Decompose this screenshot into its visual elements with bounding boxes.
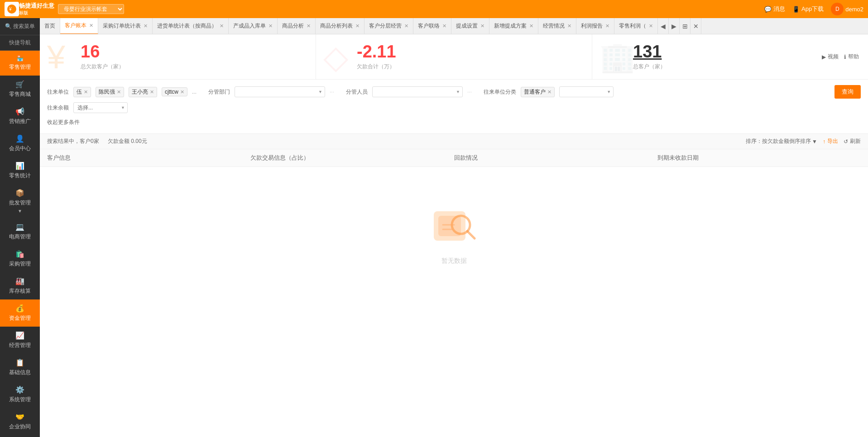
tag-remove-btn[interactable]: ✕	[117, 89, 121, 95]
tab-scroll-right[interactable]: ▶	[669, 18, 680, 34]
export-btn[interactable]: ↑ 导出	[823, 138, 838, 145]
sidebar-item-ecommerce[interactable]: 💻 电商管理	[0, 218, 40, 245]
logo-subtitle: 标版	[19, 10, 54, 16]
sidebar-section-retail[interactable]: 🏪 零售管理	[0, 51, 40, 76]
tab-close-btn[interactable]: ✕	[269, 23, 273, 29]
sidebar-item-purchase[interactable]: 🛍️ 采购管理	[0, 245, 40, 272]
sidebar-item-label: 企业协同	[9, 423, 31, 431]
tab-close-btn[interactable]: ✕	[605, 23, 609, 29]
message-icon: 💬	[764, 6, 772, 13]
help-icon: ℹ	[844, 54, 846, 60]
tab-close-btn[interactable]: ✕	[220, 23, 224, 29]
filter-row-2: 往来余额 选择...	[47, 102, 861, 113]
tab-profit-report[interactable]: 利润报告 ✕	[576, 18, 614, 34]
tab-close-btn[interactable]: ✕	[144, 23, 148, 29]
tab-close-btn[interactable]: ✕	[480, 23, 484, 29]
sidebar-item-enterprise[interactable]: 🤝 企业协同	[0, 408, 40, 435]
sidebar-item-marketing[interactable]: 📢 营销推广	[0, 103, 40, 130]
sidebar-item-basic-info[interactable]: 📋 基础信息	[0, 354, 40, 381]
sidebar: 🔍 搜索菜单 快捷导航 🏪 零售管理 🛒 零售商城 📢 营销推广 👤 会员中心	[0, 18, 40, 437]
query-button[interactable]: 查询	[834, 85, 861, 99]
category-select-wrap	[559, 86, 614, 97]
collapse-area: 收起更多条件	[47, 117, 861, 128]
tag-remove-btn[interactable]: ✕	[84, 89, 88, 95]
sidebar-item-wholesale[interactable]: 📦 批发管理 ▼	[0, 184, 40, 218]
tab-retail-profit[interactable]: 零售利润（ ✕	[614, 18, 658, 34]
tab-close-btn[interactable]: ✕	[442, 23, 446, 29]
tab-inbound-stats[interactable]: 进货单统计表（按商品） ✕	[153, 18, 229, 34]
tab-close-btn[interactable]: ✕	[649, 23, 653, 29]
sidebar-item-label: 批发管理	[9, 199, 31, 207]
tab-close-all-btn[interactable]: ✕	[691, 18, 701, 34]
tab-customer-balance[interactable]: 客户账本 ✕	[60, 18, 98, 34]
tab-product-inbound[interactable]: 产成品入库单 ✕	[229, 18, 278, 34]
tab-purchase-order[interactable]: 采购订单统计表 ✕	[98, 18, 153, 34]
tab-close-btn[interactable]: ✕	[404, 23, 408, 29]
content-area: 首页 客户账本 ✕ 采购订单统计表 ✕ 进货单统计表（按商品） ✕ 产成品入库单…	[40, 18, 868, 437]
sidebar-quick-nav[interactable]: 快捷导航	[0, 35, 40, 51]
app-download-btn[interactable]: 📱 App下载	[792, 5, 824, 13]
tab-close-btn[interactable]: ✕	[307, 23, 311, 29]
department-clear-btn[interactable]: ···	[330, 89, 334, 95]
collapse-btn[interactable]: 收起更多条件	[47, 119, 861, 126]
sidebar-item-inventory[interactable]: 🏭 库存核算	[0, 272, 40, 299]
tab-expand-btn[interactable]: ⊞	[680, 18, 691, 34]
wholesale-icon: 📦	[15, 189, 24, 197]
user-menu[interactable]: D demo2	[831, 3, 863, 15]
filter-tag-chen: 陈民强 ✕	[96, 87, 124, 97]
logo-text: 畅捷通好生意	[19, 2, 54, 10]
top-bar-right: 💬 消息 📱 App下载 D demo2	[764, 3, 863, 15]
top-bar: ¥ 畅捷通好生意 标版 母婴行业演示帐套 💬 消息 📱 App下载 D demo…	[0, 0, 868, 18]
app-wrapper: ¥ 畅捷通好生意 标版 母婴行业演示帐套 💬 消息 📱 App下载 D demo…	[0, 0, 868, 437]
tag-remove-btn[interactable]: ✕	[150, 89, 154, 95]
sidebar-item-member[interactable]: 👤 会员中心	[0, 130, 40, 157]
sort-btn[interactable]: 排序：按欠款金额倒序排序 ▼	[746, 138, 817, 145]
category-tag-remove-btn[interactable]: ✕	[547, 89, 551, 95]
video-btn[interactable]: ▶ 视频	[822, 53, 839, 61]
sidebar-item-operations[interactable]: 📈 经营管理	[0, 327, 40, 354]
more-tags-btn[interactable]: ...	[192, 89, 197, 95]
person-clear-btn[interactable]: ···	[467, 89, 472, 95]
tab-business-status[interactable]: 经营情况 ✕	[538, 18, 576, 34]
tab-home[interactable]: 首页	[40, 18, 60, 34]
tab-scroll-left[interactable]: ◀	[658, 18, 669, 34]
logo-icon: ¥	[5, 2, 19, 16]
refresh-icon: ↺	[844, 138, 848, 145]
tab-product-analysis[interactable]: 商品分析 ✕	[278, 18, 316, 34]
tab-close-btn[interactable]: ✕	[529, 23, 533, 29]
sidebar-item-retail-stats[interactable]: 📊 零售统计	[0, 157, 40, 184]
filter-tag-wu: 伍 ✕	[73, 87, 91, 97]
sidebar-item-retail-mall[interactable]: 🛒 零售商城	[0, 76, 40, 103]
svg-line-5	[467, 231, 475, 238]
category-select[interactable]	[559, 86, 614, 97]
sidebar-item-system[interactable]: ⚙️ 系统管理	[0, 381, 40, 408]
tab-promotion-settings[interactable]: 提成设置 ✕	[451, 18, 489, 34]
refresh-btn[interactable]: ↺ 刷新	[844, 138, 861, 145]
sidebar-item-newbie[interactable]: 🎓 新手引导	[0, 435, 40, 437]
refresh-label: 刷新	[850, 138, 861, 145]
operations-icon: 📈	[15, 331, 24, 340]
sidebar-search[interactable]: 🔍 搜索菜单	[0, 18, 40, 35]
sidebar-item-finance[interactable]: 💰 资金管理	[0, 299, 40, 327]
person-input[interactable]	[372, 86, 463, 97]
phone-icon: 📱	[792, 6, 800, 13]
message-btn[interactable]: 💬 消息	[764, 5, 785, 13]
department-input[interactable]	[235, 86, 325, 97]
balance-select[interactable]: 选择...	[73, 102, 128, 113]
table-body: 暂无数据	[40, 167, 868, 303]
tab-customer-tier[interactable]: 客户分层经营 ✕	[364, 18, 413, 34]
tag-remove-btn[interactable]: ✕	[180, 89, 184, 95]
tab-customer-contact[interactable]: 客户联络 ✕	[413, 18, 451, 34]
tab-product-analysis-list[interactable]: 商品分析列表 ✕	[316, 18, 364, 34]
tab-label: 客户账本	[65, 22, 86, 29]
tab-new-promotion[interactable]: 新增提成方案 ✕	[489, 18, 538, 34]
tab-label: 产成品入库单	[233, 22, 266, 30]
tab-close-btn[interactable]: ✕	[567, 23, 571, 29]
help-btn[interactable]: ℹ 帮助	[844, 53, 859, 61]
account-dropdown[interactable]: 母婴行业演示帐套	[58, 4, 124, 14]
empty-illustration	[427, 204, 481, 250]
tab-close-btn[interactable]: ✕	[89, 23, 93, 28]
category-filter-label: 往来单位分类	[484, 88, 516, 96]
tab-close-btn[interactable]: ✕	[355, 23, 360, 29]
sidebar-item-label: 营销推广	[9, 118, 31, 125]
